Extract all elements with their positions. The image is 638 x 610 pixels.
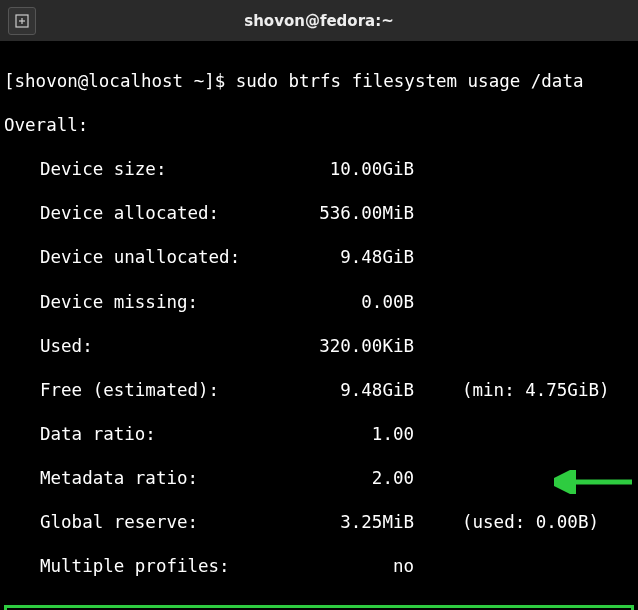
command-line: [shovon@localhost ~]$ sudo btrfs filesys… <box>4 70 634 92</box>
stat-extra <box>414 467 462 489</box>
stat-row: Device unallocated:9.48GiB <box>4 246 634 268</box>
stat-value: 9.48GiB <box>244 246 414 268</box>
stat-value: 536.00MiB <box>244 202 414 224</box>
stat-label: Free (estimated): <box>4 379 244 401</box>
stat-label: Device allocated: <box>4 202 244 224</box>
stat-label: Data ratio: <box>4 423 244 445</box>
stat-row: Device size:10.00GiB <box>4 158 634 180</box>
terminal-output[interactable]: [shovon@localhost ~]$ sudo btrfs filesys… <box>0 42 638 610</box>
stat-extra <box>414 335 462 357</box>
stat-extra <box>414 202 462 224</box>
window-title: shovon@fedora:~ <box>36 12 602 30</box>
plus-box-icon <box>15 14 29 28</box>
stat-value: 320.00KiB <box>244 335 414 357</box>
stat-value: 0.00B <box>244 291 414 313</box>
stat-value: no <box>244 555 414 577</box>
stat-label: Multiple profiles: <box>4 555 244 577</box>
stat-row: Free (estimated):9.48GiB(min: 4.75GiB) <box>4 379 634 401</box>
stat-row: Device allocated:536.00MiB <box>4 202 634 224</box>
shell-prompt: [shovon@localhost ~]$ <box>4 71 236 91</box>
stat-extra <box>414 555 462 577</box>
overall-header: Overall: <box>4 114 634 136</box>
stat-extra <box>414 291 462 313</box>
stat-row: Data ratio:1.00 <box>4 423 634 445</box>
stat-extra: (used: 0.00B) <box>414 511 599 533</box>
stat-label: Device missing: <box>4 291 244 313</box>
stat-row: Used:320.00KiB <box>4 335 634 357</box>
stat-value: 9.48GiB <box>244 379 414 401</box>
stat-extra <box>414 423 462 445</box>
window-titlebar: shovon@fedora:~ <box>0 0 638 42</box>
stat-extra <box>414 158 462 180</box>
stat-label: Used: <box>4 335 244 357</box>
highlighted-section: Data,single: Size:8.00MiB, Used:64.00KiB… <box>4 605 634 610</box>
stat-value: 1.00 <box>244 423 414 445</box>
stat-label: Global reserve: <box>4 511 244 533</box>
command-text: sudo btrfs filesystem usage /data <box>236 71 584 91</box>
stat-label: Device unallocated: <box>4 246 244 268</box>
stat-label: Device size: <box>4 158 244 180</box>
stat-value: 10.00GiB <box>244 158 414 180</box>
stat-extra: (min: 4.75GiB) <box>414 379 610 401</box>
stat-row: Multiple profiles:no <box>4 555 634 577</box>
stat-extra <box>414 246 462 268</box>
stat-row: Metadata ratio:2.00 <box>4 467 634 489</box>
stat-row: Device missing:0.00B <box>4 291 634 313</box>
stat-row: Global reserve:3.25MiB(used: 0.00B) <box>4 511 634 533</box>
stat-value: 3.25MiB <box>244 511 414 533</box>
new-tab-button[interactable] <box>8 7 36 35</box>
arrow-icon <box>554 470 634 494</box>
stat-value: 2.00 <box>244 467 414 489</box>
stat-label: Metadata ratio: <box>4 467 244 489</box>
